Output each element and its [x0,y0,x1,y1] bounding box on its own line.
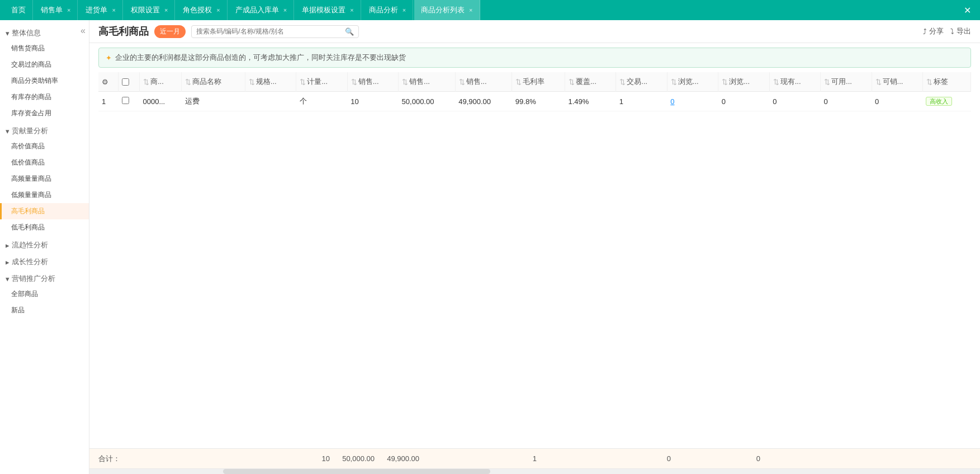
nav-tab-roles[interactable]: 角色授权× [176,0,227,20]
col-header-name[interactable]: ⇅商品名称 [182,72,245,92]
row-browse1: 0 [667,92,718,111]
footer-trade: 1 [495,454,540,463]
col-header-sales-cost[interactable]: ⇅销售... [455,72,512,92]
close-tab-sales-order[interactable]: × [67,7,70,13]
nav-tab-product-entry[interactable]: 产成品入库单× [229,0,294,20]
share-icon: ⤴ [923,27,927,36]
select-all-checkbox[interactable] [122,78,129,86]
nav-tab-home[interactable]: 首页 [4,0,33,20]
close-all-button[interactable]: ✕ [959,5,976,16]
search-box: 🔍 [191,25,359,38]
col-header-checkbox[interactable] [119,72,140,92]
col-header-trade[interactable]: ⇅交易... [616,72,667,92]
nav-tab-product-analysis-list[interactable]: 商品分析列表× [414,0,480,20]
nav-tab-sales-order[interactable]: 销售单× [34,0,78,20]
search-input[interactable] [196,27,342,35]
close-tab-purchase[interactable]: × [112,7,115,13]
col-header-browse2[interactable]: ⇅浏览... [718,72,769,92]
sidebar-item-sales-goods[interactable]: 销售货商品 [0,40,89,57]
sidebar-item-high-value[interactable]: 高价值商品 [0,138,89,154]
col-header-sales-qty[interactable]: ⇅销售... [347,72,398,92]
col-header-sales-amount[interactable]: ⇅销售... [399,72,456,92]
close-tab-template[interactable]: × [350,7,353,13]
row-spec [245,92,296,111]
header-actions: ⤴ 分享 ⤵ 导出 [923,26,971,36]
table-row: 10000...运费个1050,000.0049,900.0099.8%1.49… [98,92,971,111]
sidebar-collapse-button[interactable]: « [81,26,86,36]
section-label-overall-info: 整体信息 [12,28,41,38]
export-button[interactable]: ⤵ 导出 [950,26,971,36]
close-tab-product-analysis-list[interactable]: × [469,7,472,13]
section-arrow-trend-analysis: ▸ [6,241,10,250]
col-header-available[interactable]: ⇅可用... [821,72,872,92]
row-sales-cost: 49,900.00 [455,92,512,111]
sidebar-item-new-goods[interactable]: 新品 [0,302,89,318]
col-header-spec[interactable]: ⇅规格... [245,72,296,92]
main-layout: « ▾整体信息销售货商品交易过的商品商品分类助销率有库存的商品库存资金占用▾贡献… [0,20,980,474]
section-arrow-marketing-analysis: ▾ [6,275,10,283]
sidebar-item-analysis-helper[interactable]: 商品分类助销率 [0,73,89,89]
close-tab-product-analysis[interactable]: × [403,7,406,13]
nav-tab-purchase[interactable]: 进货单× [79,0,122,20]
search-icon[interactable]: 🔍 [345,27,354,36]
data-table: ⚙⇅商...⇅商品名称⇅规格...⇅计量...⇅销售...⇅销售...⇅销售..… [98,72,971,111]
sidebar-item-high-margin[interactable]: 高毛利商品 [0,203,89,219]
row-sales-amount: 50,000.00 [399,92,456,111]
col-header-saleable[interactable]: ⇅可销... [872,72,922,92]
sidebar-item-low-margin[interactable]: 低毛利商品 [0,219,89,236]
sidebar-item-all-goods[interactable]: 全部商品 [0,286,89,302]
sidebar-item-capital-occupation[interactable]: 库存资金占用 [0,105,89,121]
row-checkbox[interactable] [122,97,129,104]
footer-sales-cost: 49,900.00 [378,454,423,463]
col-header-margin-rate[interactable]: ⇅毛利率 [512,72,565,92]
alert-icon: ✦ [106,54,112,62]
section-label-profit-analysis: 贡献量分析 [12,126,48,136]
row-unit: 个 [296,92,347,111]
row-current-stock: 0 [769,92,820,111]
row-num: 1 [98,92,119,111]
sidebar-item-traded-goods[interactable]: 交易过的商品 [0,57,89,73]
top-nav: 首页销售单×进货单×权限设置×角色授权×产成品入库单×单据模板设置×商品分析×商… [0,0,980,20]
col-header-unit[interactable]: ⇅计量... [296,72,347,92]
nav-tab-product-analysis[interactable]: 商品分析× [362,0,413,20]
bottom-scrollbar[interactable] [89,468,980,474]
sidebar-section-growth-analysis[interactable]: ▸成长性分析 [0,252,89,269]
col-header-browse1[interactable]: ⇅浏览... [667,72,718,92]
export-icon: ⤵ [950,27,954,36]
table-footer: 合计： 10 50,000.00 49,900.00 1 0 0 [89,448,980,468]
col-header-coverage[interactable]: ⇅覆盖... [565,72,616,92]
col-header-current-stock[interactable]: ⇅现有... [769,72,820,92]
sidebar-section-trend-analysis[interactable]: ▸流趋性分析 [0,236,89,252]
share-button[interactable]: ⤴ 分享 [923,26,944,36]
row-checkbox-cell [119,92,140,111]
close-tab-product-entry[interactable]: × [283,7,287,13]
sidebar: « ▾整体信息销售货商品交易过的商品商品分类助销率有库存的商品库存资金占用▾贡献… [0,20,89,474]
footer-saleable: 0 [719,454,764,463]
close-tab-roles[interactable]: × [216,7,220,13]
filter-recent-month-button[interactable]: 近一月 [154,25,186,38]
row-tag-cell: 高收入 [922,92,970,111]
scrollbar-thumb[interactable] [223,469,490,474]
sidebar-section-profit-analysis[interactable]: ▾贡献量分析 [0,121,89,138]
sidebar-section-marketing-analysis[interactable]: ▾营销推广分析 [0,269,89,286]
table-container: ⚙⇅商...⇅商品名称⇅规格...⇅计量...⇅销售...⇅销售...⇅销售..… [89,72,980,448]
col-header-tag[interactable]: ⇅标签 [922,72,970,92]
nav-tab-template[interactable]: 单据模板设置× [295,0,361,20]
col-header-code[interactable]: ⇅商... [139,72,181,92]
col-header-settings[interactable]: ⚙ [98,72,119,92]
section-label-growth-analysis: 成长性分析 [12,257,48,267]
row-name: 运费 [182,92,245,111]
close-tab-permissions[interactable]: × [164,7,168,13]
sidebar-item-low-value[interactable]: 低价值商品 [0,154,89,171]
row-browse2: 0 [718,92,769,111]
sidebar-item-high-freq[interactable]: 高频量量商品 [0,171,89,187]
row-coverage: 1.49% [565,92,616,111]
nav-tab-permissions[interactable]: 权限设置× [124,0,175,20]
browse1-link[interactable]: 0 [670,97,674,106]
section-arrow-growth-analysis: ▸ [6,258,10,266]
sidebar-item-low-freq[interactable]: 低频量量商品 [0,187,89,203]
footer-label: 合计： [98,454,132,464]
row-tag: 高收入 [926,97,952,106]
sidebar-item-in-stock[interactable]: 有库存的商品 [0,89,89,105]
sidebar-section-overall-info[interactable]: ▾整体信息 [0,24,89,40]
